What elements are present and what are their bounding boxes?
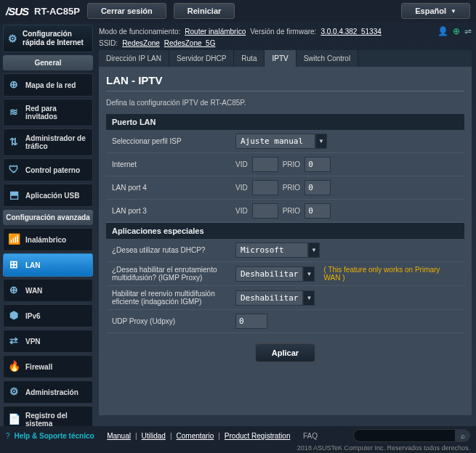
copyright: 2018 ASUSTeK Computer Inc. Reservados to… [6, 444, 470, 452]
sidebar-item-label: Red para invitados [25, 105, 88, 121]
lan4-vid-input[interactable] [252, 180, 278, 195]
sidebar-item-ipv6[interactable]: ⬢IPv6 [3, 304, 93, 327]
vpn-icon: ⇄ [8, 335, 20, 347]
ssid-label: SSID: [99, 39, 118, 47]
client-icon[interactable]: 👤 [437, 26, 448, 36]
footer-manual[interactable]: Manual [107, 432, 131, 440]
sidebar-item-label: WAN [25, 287, 42, 295]
sidebar-item-usb-app[interactable]: ⬒Aplicación USB [3, 184, 93, 207]
sidebar-item-label: Aplicación USB [25, 192, 79, 200]
udpxy-input[interactable] [235, 314, 267, 329]
fw-value[interactable]: 3.0.0.4.382_51334 [320, 28, 381, 36]
page-title: LAN - IPTV [106, 74, 464, 86]
language-button[interactable]: Español ▼ [401, 3, 470, 19]
search-input[interactable] [353, 429, 456, 442]
vid-label: VID [235, 160, 248, 168]
sidebar-item-traffic-manager[interactable]: ⇅Administrador de tráfico [3, 128, 93, 156]
sidebar-quick-label: Configuración rápida de Internet [23, 30, 89, 47]
logout-button[interactable]: Cerrar sesión [87, 3, 166, 19]
chevron-down-icon[interactable]: ▼ [308, 242, 320, 258]
usb-icon: ⬒ [8, 189, 20, 201]
ssid1-value[interactable]: RedesZone [122, 39, 160, 47]
igmp-proxy-select[interactable]: Deshabilitar [235, 266, 303, 282]
page-desc: Defina la configuración IPTV de RT-AC85P… [106, 99, 464, 107]
sidebar-item-label: VPN [25, 338, 41, 346]
globe-icon: ⊕ [8, 285, 20, 296]
vid-label: VID [235, 207, 248, 215]
sidebar-item-network-map[interactable]: ⊕Mapa de la red [3, 73, 93, 97]
row-label: LAN port 3 [112, 207, 235, 215]
chevron-down-icon[interactable]: ▼ [303, 266, 315, 282]
lan-icon: ⊞ [8, 259, 20, 271]
lan4-prio-input[interactable] [304, 180, 331, 195]
prio-label: PRIO [283, 207, 300, 215]
shield-icon: 🛡 [8, 164, 20, 176]
igmp-note: ( This feature only works on Primary WAN… [323, 266, 459, 282]
row-label: Internet [112, 160, 235, 168]
sidebar-quick-setup[interactable]: ⚙ Configuración rápida de Internet [3, 25, 93, 52]
sidebar-item-wan[interactable]: ⊕WAN [3, 279, 93, 302]
faq-label[interactable]: FAQ [303, 432, 318, 440]
usb-status-icon[interactable]: ⇌ [464, 26, 472, 36]
dhcp-routes-label: ¿Desea utilizar rutas DHCP? [112, 246, 235, 254]
prio-label: PRIO [283, 160, 300, 168]
fire-icon: 🔥 [8, 361, 20, 372]
help-icon[interactable]: ? [6, 432, 10, 440]
sidebar-item-firewall[interactable]: 🔥Firewall [3, 355, 93, 378]
isp-profile-select[interactable]: Ajuste manual [235, 134, 315, 149]
sidebar-item-label: IPv6 [25, 312, 41, 320]
sidebar-item-label: Administración [25, 388, 78, 396]
globe-icon: ⊕ [8, 79, 20, 91]
tab-switch[interactable]: Switch Control [297, 50, 358, 67]
search-button[interactable]: ⌕ [456, 429, 470, 442]
sidebar-item-label: Registro del sistema [25, 412, 88, 428]
footer-feedback[interactable]: Comentario [177, 432, 214, 440]
tab-lan-ip[interactable]: Dirección IP LAN [99, 50, 169, 67]
sidebar-item-label: LAN [25, 261, 41, 269]
lan3-vid-input[interactable] [252, 203, 278, 219]
sidebar-item-wireless[interactable]: 📶Inalámbrico [3, 228, 93, 251]
sidebar-item-guest-network[interactable]: ≋Red para invitados [3, 99, 93, 126]
prio-label: PRIO [283, 184, 300, 192]
vid-label: VID [235, 184, 248, 192]
model-name: RT-AC85P [34, 6, 80, 17]
sidebar-header-advanced: Configuración avanzada [3, 210, 93, 225]
chevron-down-icon[interactable]: ▼ [315, 134, 327, 149]
reboot-button[interactable]: Reiniciar [174, 3, 235, 19]
sidebar-item-vpn[interactable]: ⇄VPN [3, 330, 93, 353]
section-apps: Aplicaciones especiales [106, 223, 464, 239]
tab-iptv[interactable]: IPTV [265, 50, 296, 67]
sidebar-item-lan[interactable]: ⊞LAN [3, 253, 93, 277]
internet-prio-input[interactable] [304, 157, 331, 172]
footer-utility[interactable]: Utilidad [142, 432, 166, 440]
apply-button[interactable]: Aplicar [255, 343, 315, 362]
status-icon[interactable]: ⊕ [453, 26, 460, 36]
signal-icon: 📶 [8, 234, 20, 245]
help-support[interactable]: Help & Soporte técnico [15, 432, 94, 440]
sidebar-item-label: Mapa de la red [25, 81, 76, 89]
wifi-icon: ≋ [8, 107, 20, 118]
admin-icon: ⚙ [8, 386, 20, 398]
ssid2-value[interactable]: RedesZone_5G [164, 39, 216, 47]
chevron-down-icon[interactable]: ▼ [303, 290, 315, 306]
dhcp-routes-select[interactable]: Microsoft [235, 242, 308, 258]
tab-route[interactable]: Ruta [234, 50, 265, 67]
tab-dhcp[interactable]: Servidor DHCP [169, 50, 234, 67]
lan3-prio-input[interactable] [304, 203, 331, 219]
mode-value[interactable]: Router inalámbrico [185, 28, 246, 36]
row-label: LAN port 4 [112, 184, 235, 192]
sidebar-item-label: Inalámbrico [25, 236, 66, 244]
igmp-proxy-label: ¿Desea habilitar el enrutamiento multidi… [112, 266, 235, 282]
isp-profile-label: Seleccionar perfil ISP [112, 137, 235, 145]
ipv6-icon: ⬢ [8, 310, 20, 322]
sidebar-item-label: Administrador de tráfico [25, 134, 88, 150]
sidebar-item-parental[interactable]: 🛡Control paterno [3, 158, 93, 181]
igmp-snoop-select[interactable]: Deshabilitar [235, 290, 303, 306]
chevron-down-icon: ▼ [451, 8, 456, 15]
sidebar-item-label: Control paterno [25, 166, 80, 174]
fw-label: Versión de firmware: [250, 28, 316, 36]
traffic-icon: ⇅ [8, 136, 20, 148]
internet-vid-input[interactable] [252, 157, 278, 172]
footer-product-reg[interactable]: Product Registration [225, 432, 291, 440]
sidebar-item-admin[interactable]: ⚙Administración [3, 380, 93, 404]
